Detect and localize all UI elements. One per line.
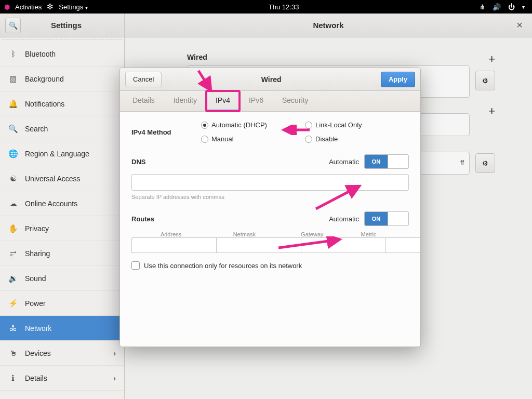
col-metric: Metric xyxy=(346,231,391,237)
tab-identity[interactable]: Identity xyxy=(164,91,206,111)
system-menu-chevron-icon[interactable]: ▾ xyxy=(522,4,525,10)
dialog-title: Wired xyxy=(162,75,380,84)
activities-logo-icon: ⬢ xyxy=(4,3,10,11)
tab-ipv6[interactable]: IPv6 xyxy=(240,91,273,111)
routes-automatic-switch[interactable]: ON xyxy=(364,211,409,226)
connection-dialog: Cancel Wired Apply DetailsIdentityIPv4IP… xyxy=(119,68,421,347)
top-bar: ⬢ Activities ✻ Settings Thu 12:33 ⋔ 🔊 ⏻ … xyxy=(0,0,532,14)
method-disable-radio[interactable]: Disable xyxy=(305,135,409,143)
activities-button[interactable]: Activities xyxy=(15,3,42,11)
dialog-tabs: DetailsIdentityIPv4IPv6Security xyxy=(120,91,420,112)
route-address-input[interactable] xyxy=(131,237,216,253)
routes-automatic-label: Automatic xyxy=(329,215,359,223)
route-netmask-input[interactable] xyxy=(216,237,301,253)
cancel-button[interactable]: Cancel xyxy=(125,72,162,87)
dns-input[interactable] xyxy=(131,174,409,191)
ipv4-method-label: IPv4 Method xyxy=(131,128,201,136)
only-resources-checkbox[interactable] xyxy=(131,261,140,270)
volume-icon[interactable]: 🔊 xyxy=(493,3,501,11)
col-address: Address xyxy=(131,231,210,237)
dns-automatic-label: Automatic xyxy=(329,158,359,166)
route-gateway-input[interactable] xyxy=(301,237,385,253)
apply-button[interactable]: Apply xyxy=(381,72,415,87)
dns-label: DNS xyxy=(131,158,329,166)
dns-hint: Separate IP addresses with commas xyxy=(131,194,409,200)
method-link-local-radio[interactable]: Link-Local Only xyxy=(305,121,409,129)
app-menu[interactable]: Settings xyxy=(59,3,88,11)
col-netmask: Netmask xyxy=(210,231,278,237)
gear-icon: ✻ xyxy=(47,2,54,11)
method-automatic-radio[interactable]: Automatic (DHCP) xyxy=(201,121,305,129)
tab-details[interactable]: Details xyxy=(123,91,164,111)
only-resources-label: Use this connection only for resources o… xyxy=(144,262,302,270)
dns-automatic-switch[interactable]: ON xyxy=(364,154,409,169)
col-gateway: Gateway xyxy=(278,231,346,237)
power-icon[interactable]: ⏻ xyxy=(508,3,515,11)
method-manual-radio[interactable]: Manual xyxy=(201,135,305,143)
route-metric-input[interactable] xyxy=(385,237,420,253)
clock[interactable]: Thu 12:33 xyxy=(88,3,480,11)
tab-security[interactable]: Security xyxy=(273,91,318,111)
tab-ipv4[interactable]: IPv4 xyxy=(206,91,240,111)
network-status-icon[interactable]: ⋔ xyxy=(480,3,485,11)
routes-label: Routes xyxy=(131,215,329,223)
